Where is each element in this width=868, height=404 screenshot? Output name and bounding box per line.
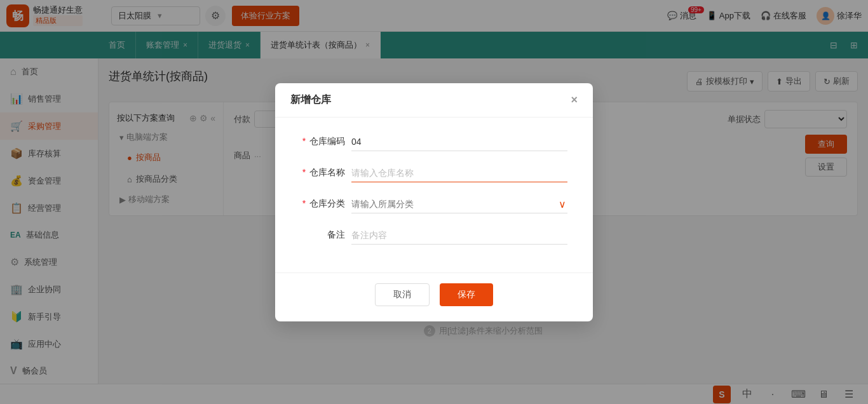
remark-input[interactable] — [351, 226, 567, 245]
category-arrow-icon: ∨ — [559, 198, 566, 210]
save-button[interactable]: 保存 — [440, 283, 493, 306]
name-input[interactable] — [351, 164, 567, 182]
category-input[interactable] — [351, 195, 567, 213]
name-row: * 仓库名称 — [301, 164, 567, 182]
modal-dialog: 新增仓库 × * 仓库编码 * 仓库名称 — [275, 83, 593, 321]
category-label: * 仓库分类 — [301, 198, 351, 210]
modal-body: * 仓库编码 * 仓库名称 * 仓库分类 — [275, 118, 593, 273]
modal-overlay[interactable]: 新增仓库 × * 仓库编码 * 仓库名称 — [0, 0, 868, 404]
category-select-wrap: ∨ — [351, 195, 567, 213]
category-row: * 仓库分类 ∨ — [301, 195, 567, 213]
modal-close-button[interactable]: × — [571, 94, 578, 105]
code-row: * 仓库编码 — [301, 133, 567, 151]
cancel-button[interactable]: 取消 — [375, 283, 430, 306]
remark-row: 备注 — [301, 226, 567, 245]
modal-header: 新增仓库 × — [275, 83, 593, 118]
code-label: * 仓库编码 — [301, 136, 351, 147]
modal-footer: 取消 保存 — [275, 273, 593, 321]
remark-label: 备注 — [301, 229, 351, 241]
name-label: * 仓库名称 — [301, 167, 351, 178]
modal-title: 新增仓库 — [290, 93, 331, 107]
code-input[interactable] — [351, 133, 567, 151]
